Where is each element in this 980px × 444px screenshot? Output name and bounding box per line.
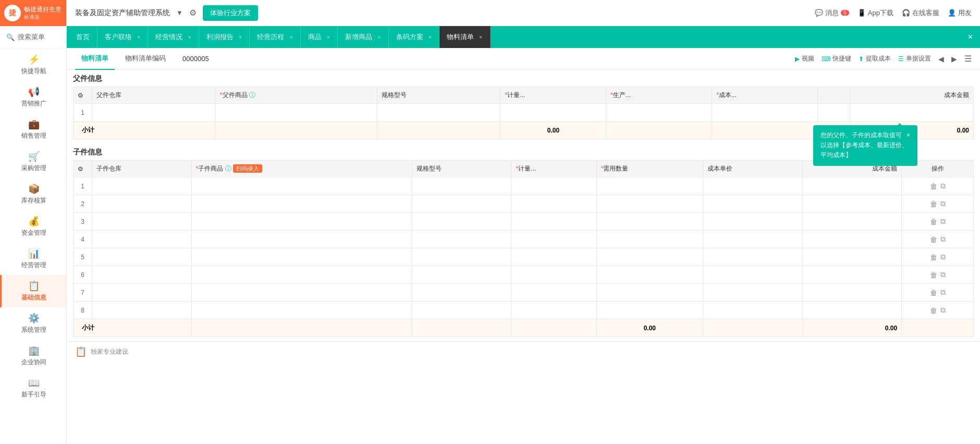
view-button[interactable]: ▶ 视频: [795, 54, 814, 63]
child-cell-goods[interactable]: [191, 231, 412, 248]
settings-icon[interactable]: ⚙: [189, 8, 197, 18]
child-cell-unit-cost[interactable]: [703, 266, 802, 284]
child-cell-warehouse[interactable]: [92, 231, 192, 248]
delete-icon[interactable]: 🗑: [930, 218, 937, 226]
app-download-button[interactable]: 📱 App下载: [858, 8, 893, 18]
child-cell-unit-cost[interactable]: [703, 195, 802, 213]
parent-cell-production[interactable]: [606, 104, 712, 122]
child-cell-spec[interactable]: [412, 284, 511, 302]
sidebar-item-system[interactable]: ⚙️ 系统管理: [0, 307, 66, 340]
child-cell-amount[interactable]: [802, 213, 902, 231]
delete-icon[interactable]: 🗑: [930, 289, 937, 297]
tab-goods[interactable]: 商品 ×: [301, 26, 338, 48]
close-all-tabs-button[interactable]: ×: [963, 32, 978, 42]
child-cell-amount[interactable]: [802, 177, 902, 195]
child-cell-unit-cost[interactable]: [703, 177, 802, 195]
delete-icon[interactable]: 🗑: [930, 182, 937, 190]
shortcut-button[interactable]: ⌨ 快捷键: [822, 54, 851, 63]
child-cell-unit[interactable]: [511, 195, 596, 213]
tab-close-icon[interactable]: ×: [327, 34, 330, 40]
delete-icon[interactable]: 🗑: [930, 253, 937, 261]
sidebar-item-inventory[interactable]: 📦 库存核算: [0, 178, 66, 210]
child-cell-unit-cost[interactable]: [703, 213, 802, 231]
scan-badge[interactable]: 扫码录入: [233, 164, 262, 173]
child-cell-goods[interactable]: [191, 213, 412, 231]
child-cell-spec[interactable]: [412, 177, 511, 195]
sidebar-item-marketing[interactable]: 📢 营销推广: [0, 81, 66, 113]
child-cell-unit[interactable]: [511, 177, 596, 195]
tab-home[interactable]: 首页: [69, 26, 97, 48]
child-cell-spec[interactable]: [412, 266, 511, 284]
next-icon[interactable]: ▶: [951, 55, 957, 63]
child-cell-spec[interactable]: [412, 213, 511, 231]
child-cell-unit-cost[interactable]: [703, 284, 802, 302]
delete-icon[interactable]: 🗑: [930, 200, 937, 208]
tab-profit[interactable]: 利润报告 ×: [199, 26, 250, 48]
tab-close-icon[interactable]: ×: [479, 34, 482, 40]
tab-customer[interactable]: 客户联络 ×: [97, 26, 148, 48]
subtab-bom[interactable]: 物料清单: [75, 48, 115, 70]
sidebar-item-enterprise[interactable]: 🏢 企业协同: [0, 340, 66, 372]
child-cell-warehouse[interactable]: [92, 248, 192, 266]
child-cell-goods[interactable]: [191, 177, 412, 195]
tab-operations[interactable]: 经营情况 ×: [148, 26, 199, 48]
sidebar-item-finance[interactable]: 💰 资金管理: [0, 210, 66, 243]
child-cell-qty[interactable]: [596, 213, 703, 231]
delete-icon[interactable]: 🗑: [930, 271, 937, 279]
sidebar-search-area[interactable]: 🔍 搜索菜单: [0, 26, 66, 49]
copy-icon[interactable]: ⧉: [940, 199, 946, 208]
parent-cell-unit[interactable]: [500, 104, 606, 122]
child-cell-warehouse[interactable]: [92, 213, 192, 231]
child-cell-qty[interactable]: [596, 248, 703, 266]
child-cell-unit[interactable]: [511, 231, 596, 248]
child-col-settings[interactable]: ⚙: [74, 161, 92, 177]
child-cell-qty[interactable]: [596, 177, 703, 195]
message-button[interactable]: 💬 消息 5: [815, 8, 849, 18]
child-cell-warehouse[interactable]: [92, 266, 192, 284]
child-cell-qty[interactable]: [596, 284, 703, 302]
child-cell-qty[interactable]: [596, 231, 703, 248]
search-button[interactable]: 🔍 搜索菜单: [4, 30, 62, 44]
dropdown-arrow-icon[interactable]: ▼: [176, 9, 183, 17]
child-cell-unit-cost[interactable]: [703, 302, 802, 319]
try-button[interactable]: 体验行业方案: [203, 5, 258, 21]
child-cell-warehouse[interactable]: [92, 302, 192, 319]
tab-close-icon[interactable]: ×: [188, 34, 191, 40]
prev-icon[interactable]: ◀: [938, 55, 944, 63]
copy-icon[interactable]: ⧉: [940, 288, 946, 297]
child-cell-goods[interactable]: [191, 195, 412, 213]
child-cell-spec[interactable]: [412, 231, 511, 248]
copy-icon[interactable]: ⧉: [940, 235, 946, 244]
child-cell-amount[interactable]: [802, 302, 902, 319]
parent-cell-amount[interactable]: [850, 104, 974, 122]
child-cell-goods[interactable]: [191, 284, 412, 302]
child-cell-spec[interactable]: [412, 248, 511, 266]
sidebar-item-guide[interactable]: 📖 新手引导: [0, 372, 66, 404]
user-button[interactable]: 👤 用友: [948, 8, 972, 18]
child-cell-amount[interactable]: [802, 248, 902, 266]
parent-cell-spec[interactable]: [377, 104, 500, 122]
copy-icon[interactable]: ⧉: [940, 253, 946, 261]
tab-bom[interactable]: 物料清单 ×: [439, 26, 490, 48]
copy-icon[interactable]: ⧉: [940, 270, 946, 279]
copy-icon[interactable]: ⧉: [940, 306, 946, 315]
child-cell-unit-cost[interactable]: [703, 231, 802, 248]
parent-cell-goods[interactable]: [215, 104, 377, 122]
parent-cell-warehouse[interactable]: [92, 104, 216, 122]
extract-cost-button[interactable]: ⬆ 提取成本: [859, 54, 891, 63]
child-cell-amount[interactable]: [802, 284, 902, 302]
tab-close-icon[interactable]: ×: [377, 34, 381, 40]
menu-icon[interactable]: ☰: [964, 54, 972, 64]
child-cell-qty[interactable]: [596, 195, 703, 213]
single-settings-button[interactable]: ☰ 单据设置: [898, 54, 931, 63]
online-service-button[interactable]: 🎧 在线客服: [902, 8, 939, 18]
copy-icon[interactable]: ⧉: [940, 217, 946, 226]
sidebar-item-operations[interactable]: 📊 经营管理: [0, 243, 66, 275]
subtab-bom-code[interactable]: 物料清单编码: [119, 48, 172, 70]
child-cell-unit[interactable]: [511, 213, 596, 231]
child-cell-amount[interactable]: [802, 231, 902, 248]
child-cell-unit-cost[interactable]: [703, 248, 802, 266]
child-cell-amount[interactable]: [802, 266, 902, 284]
child-cell-warehouse[interactable]: [92, 284, 192, 302]
sidebar-item-quick-nav[interactable]: ⚡ 快捷导航: [0, 49, 66, 81]
